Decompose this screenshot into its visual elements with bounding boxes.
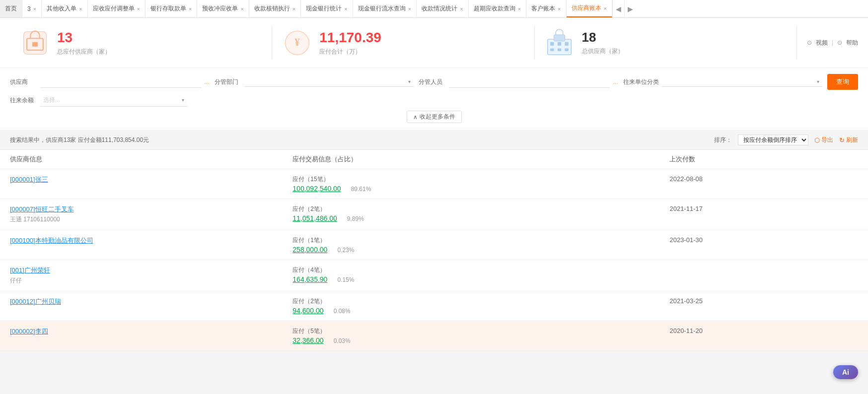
category-label: 往来单位分类 xyxy=(623,78,659,86)
nav-collect-stat-close[interactable]: × xyxy=(460,6,463,12)
trans-amount[interactable]: 164,635.90 xyxy=(292,275,327,283)
nav-collect-stat-label: 收款情况统计 xyxy=(422,4,457,13)
nav-cash-stat-close[interactable]: × xyxy=(344,6,347,12)
supplier-input[interactable] xyxy=(40,76,201,88)
nav-cash-stat[interactable]: 现金银行统计 × xyxy=(301,0,353,17)
nav-adjust-close[interactable]: × xyxy=(137,6,140,12)
filter-row-2: 往来余额 选择... ▾ xyxy=(10,94,858,107)
nav-adjust[interactable]: 应收应付调整单 × xyxy=(88,0,145,17)
balance-select-text: 选择... xyxy=(43,96,182,104)
person-input[interactable] xyxy=(449,76,610,88)
nav-prepay[interactable]: 预收冲应收单 × xyxy=(197,0,249,17)
refresh-icon: ↻ xyxy=(839,136,845,144)
stats-bar: 13 总应付供应商（家） ¥ 11,170.39 应付合计（万） xyxy=(0,18,868,68)
nav-cash-flow[interactable]: 现金银行流水查询 × xyxy=(353,0,417,17)
svg-rect-9 xyxy=(550,48,554,51)
svg-rect-12 xyxy=(554,35,565,41)
supplier-ellipsis[interactable]: ... xyxy=(204,78,209,85)
svg-rect-6 xyxy=(550,42,554,45)
nav-cash-flow-close[interactable]: × xyxy=(408,6,411,12)
nav-client-book[interactable]: 客户账本 × xyxy=(526,0,566,17)
category-select[interactable]: ▾ xyxy=(662,77,823,87)
video-link[interactable]: 视频 xyxy=(816,39,828,47)
balance-select[interactable]: 选择... ▾ xyxy=(40,94,187,107)
nav-verify-label: 收款核销执行 xyxy=(254,4,290,13)
total-supplier-icon xyxy=(545,28,575,58)
nav-prepay-close[interactable]: × xyxy=(240,6,243,12)
lastpay-cell: 2022-08-08 xyxy=(669,175,858,183)
nav-other-income-close[interactable]: × xyxy=(79,6,82,12)
table-row[interactable]: [001]广州荣轩 仔仔 应付（4笔） 164,635.90 0.15% xyxy=(0,260,868,291)
trans-pct: 89.61% xyxy=(351,186,371,193)
supplier-link[interactable]: [000002]李四 xyxy=(10,327,292,336)
svg-text:¥: ¥ xyxy=(294,37,300,48)
trans-amount[interactable]: 32,366.00 xyxy=(292,336,323,344)
nav-bank[interactable]: 银行存取款单 × xyxy=(145,0,197,17)
supplier-link[interactable]: [000100]本特勤油品有限公司 xyxy=(10,236,292,245)
nav-overdue-close[interactable]: × xyxy=(518,6,521,12)
trans-label: 应付（1笔） xyxy=(292,236,669,245)
supplier-link[interactable]: [000001]张三 xyxy=(10,175,292,184)
nav-right-arrow[interactable]: ▶ xyxy=(624,0,636,17)
nav-supplier-book[interactable]: 供应商账本 × xyxy=(567,0,612,17)
nav-verify-close[interactable]: × xyxy=(292,6,295,12)
last-pay-date: 2022-08-08 xyxy=(669,175,703,183)
trans-amount[interactable]: 100,092,540.00 xyxy=(292,185,341,193)
last-pay-date: 2020-11-20 xyxy=(669,327,703,334)
balance-label: 往来余额 xyxy=(10,96,37,105)
col-header-transaction: 应付交易信息（占比） xyxy=(292,155,669,164)
supplier-link[interactable]: [000007]恒旺二手叉车 xyxy=(10,205,292,214)
supplier-cell: [000002]李四 xyxy=(10,327,292,336)
table-row[interactable]: [000001]张三 应付（15笔） 100,092,540.00 89.61%… xyxy=(0,169,868,199)
collapse-button[interactable]: ∧ 收起更多条件 xyxy=(407,111,462,123)
supplier-cell: [000012]广州贝瑞 xyxy=(10,297,292,306)
last-pay-date: 2021-03-25 xyxy=(669,297,703,305)
payable-supplier-label: 总应付供应商（家） xyxy=(57,48,111,56)
filter-person: 分管人员 ... xyxy=(419,76,618,88)
nav-supplier-book-close[interactable]: × xyxy=(604,5,607,11)
nav-tab3[interactable]: 3 × xyxy=(22,0,42,17)
supplier-cell: [000100]本特勤油品有限公司 xyxy=(10,236,292,245)
trans-pct: 9.89% xyxy=(347,215,364,222)
payable-supplier-count: 13 xyxy=(57,30,111,46)
nav-client-book-close[interactable]: × xyxy=(558,6,561,12)
nav-other-income[interactable]: 其他收入单 × xyxy=(42,0,87,17)
nav-overdue[interactable]: 超期应收款查询 × xyxy=(469,0,526,17)
table-row[interactable]: [000002]李四 应付（5笔） 32,366.00 0.03% 2020-1… xyxy=(0,321,868,351)
nav-home[interactable]: 首页 xyxy=(0,0,22,17)
result-actions: 排序： 按应付余额倒序排序 ⬡ 导出 ↻ 刷新 xyxy=(714,134,858,145)
collapse-up-icon: ∧ xyxy=(413,114,418,121)
dept-select[interactable]: ▾ xyxy=(245,77,414,87)
nav-bank-close[interactable]: × xyxy=(189,6,192,12)
table-row[interactable]: [000007]恒旺二手叉车 王通 17106110000 应付（2笔） 11,… xyxy=(0,199,868,230)
nav-cash-stat-label: 现金银行统计 xyxy=(306,4,342,13)
payable-supplier-info: 13 总应付供应商（家） xyxy=(57,30,111,56)
trans-amount[interactable]: 94,600.00 xyxy=(292,307,323,315)
nav-prepay-label: 预收冲应收单 xyxy=(202,4,238,13)
category-select-arrow: ▾ xyxy=(817,79,819,84)
trans-amount[interactable]: 258,000.00 xyxy=(292,246,327,254)
total-supplier-count: 18 xyxy=(582,30,624,45)
table-row[interactable]: [000012]广州贝瑞 应付（2笔） 94,600.00 0.08% 2021… xyxy=(0,291,868,321)
trans-label: 应付（4笔） xyxy=(292,266,669,274)
table-row[interactable]: [000100]本特勤油品有限公司 应付（1笔） 258,000.00 0.23… xyxy=(0,230,868,260)
nav-verify[interactable]: 收款核销执行 × xyxy=(249,0,301,17)
lastpay-cell: 2021-03-25 xyxy=(669,297,858,305)
nav-left-arrow[interactable]: ◀ xyxy=(612,0,624,17)
total-supplier-label: 总供应商（家） xyxy=(582,47,624,56)
person-label: 分管人员 xyxy=(419,78,446,86)
person-ellipsis[interactable]: ... xyxy=(613,78,618,85)
search-button[interactable]: 查询 xyxy=(827,74,858,90)
refresh-button[interactable]: ↻ 刷新 xyxy=(839,136,858,144)
sort-select[interactable]: 按应付余额倒序排序 xyxy=(738,134,808,145)
nav-tab3-close[interactable]: × xyxy=(33,6,36,12)
supplier-link[interactable]: [000012]广州贝瑞 xyxy=(10,297,292,306)
help-link[interactable]: 帮助 xyxy=(846,39,858,47)
transaction-cell: 应付（5笔） 32,366.00 0.03% xyxy=(292,327,669,344)
nav-tab3-label: 3 xyxy=(27,5,31,12)
export-button[interactable]: ⬡ 导出 xyxy=(814,136,833,144)
lastpay-cell: 2021-11-17 xyxy=(669,205,858,212)
nav-collect-stat[interactable]: 收款情况统计 × xyxy=(417,0,468,17)
supplier-link[interactable]: [001]广州荣轩 xyxy=(10,266,292,275)
trans-amount[interactable]: 11,051,486.00 xyxy=(292,214,337,222)
